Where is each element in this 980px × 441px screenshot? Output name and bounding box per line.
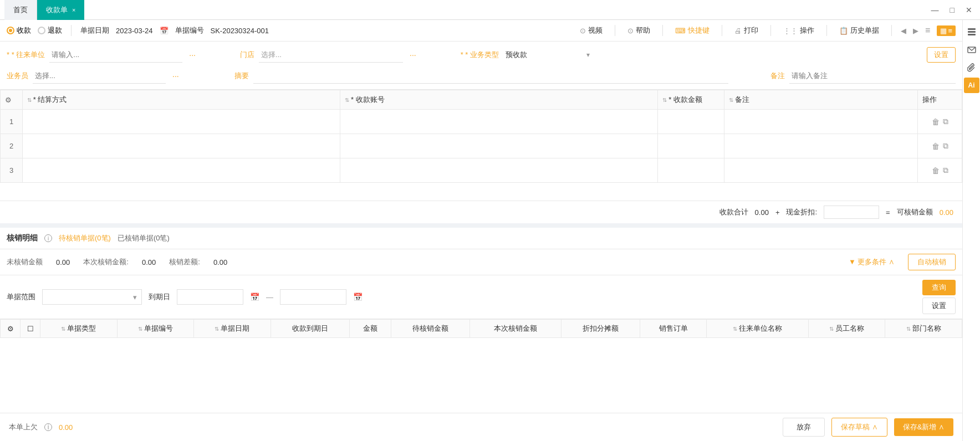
tab-current[interactable]: 收款单 × (37, 0, 84, 20)
verify-table: ⚙ ☐ ⇅ 单据类型 ⇅ 单据编号 ⇅ 单据日期 收款到期日 金额 待核销金额 … (0, 319, 962, 338)
bill-date-value: 2023-03-24 (116, 27, 153, 35)
form-area: * 往来单位 ··· 门店 选择... ··· * 业务类型 预收款 ▾ 设置 … (0, 42, 962, 90)
sidebar-mail-icon[interactable] (964, 42, 979, 58)
help-action[interactable]: ⊙ 帮助 (624, 24, 654, 37)
close-btn[interactable]: ✕ (962, 4, 976, 16)
summary-input[interactable] (253, 68, 728, 84)
sidebar-table-icon[interactable] (964, 24, 979, 40)
biz-type-chevron-icon: ▾ (586, 51, 590, 59)
auto-verify-btn[interactable]: 自动核销 (908, 254, 956, 270)
date-to-input[interactable]: 2022-04-12 (280, 289, 346, 305)
discount-label: 现金折扣: (786, 207, 817, 217)
calendar-to-icon[interactable]: 📅 (353, 293, 363, 301)
summary-label: 摘要 (234, 71, 249, 81)
table-row: 3 🗑 ⧉ (1, 158, 962, 183)
calendar-icon[interactable]: 📅 (160, 27, 169, 35)
vth-gear[interactable]: ⚙ (1, 320, 21, 338)
layout-grid-icon[interactable]: ▦ (940, 27, 947, 35)
abandon-btn[interactable]: 放弃 (783, 418, 825, 437)
vth-checkbox[interactable]: ☐ (21, 320, 40, 338)
minimize-btn[interactable]: — (928, 4, 942, 16)
range-select[interactable]: ▾ (42, 289, 142, 305)
copy-row-2-btn[interactable]: ⧉ (943, 141, 948, 151)
done-tab[interactable]: 已核销单据(0笔) (118, 233, 170, 243)
settings-button[interactable]: 设置 (927, 47, 956, 63)
history-action[interactable]: 📋 历史单据 (836, 24, 882, 37)
radio-receipt[interactable]: 收款 (7, 25, 31, 35)
verifiable-label: 可核销金额 (897, 207, 933, 217)
unverified-label: 未核销金额 (7, 257, 43, 267)
verify-filters: 单据范围 ▾ 到期日 2022-04-01 📅 — 2022-04-12 📅 查… (0, 275, 962, 319)
salesman-more-btn[interactable]: ··· (170, 71, 181, 80)
bottom-label: 本单上欠 (9, 422, 38, 432)
vth-employee: ⇅ 员工名称 (808, 320, 885, 338)
bill-no-label: 单据编号 (175, 25, 204, 35)
th-gear[interactable]: ⚙ (1, 90, 23, 110)
salesman-input[interactable] (33, 68, 166, 84)
more-conditions-btn[interactable]: ▼ 更多条件 ∧ (849, 257, 895, 267)
th-ops: 操作 (918, 90, 962, 110)
store-more-btn[interactable]: ··· (407, 50, 418, 59)
shortcut-label: 快捷键 (688, 25, 710, 35)
save-new-btn[interactable]: 保存&新增 ∧ (894, 418, 953, 436)
print-action[interactable]: 🖨 打印 (731, 24, 762, 37)
store-label: 门店 (240, 50, 254, 60)
counterpart-more-btn[interactable]: ··· (187, 50, 198, 59)
form-row-2: 业务员 ··· 摘要 备注 (7, 68, 956, 84)
separator-5 (770, 25, 771, 36)
td-amount-1[interactable] (658, 110, 724, 134)
note-input[interactable] (789, 68, 956, 84)
tab-home[interactable]: 首页 (4, 0, 37, 20)
vth-amount: 金额 (349, 320, 391, 338)
td-settlement-3[interactable] (23, 158, 340, 183)
biz-type-select[interactable]: 预收款 ▾ (503, 47, 592, 63)
maximize-btn[interactable]: □ (947, 4, 958, 16)
delete-row-3-btn[interactable]: 🗑 (932, 166, 940, 175)
info-icon-bottom[interactable]: i (44, 423, 52, 431)
td-settlement-1[interactable] (23, 110, 340, 134)
counterpart-input[interactable] (49, 47, 182, 63)
copy-row-1-btn[interactable]: ⧉ (943, 117, 948, 126)
td-account-2[interactable] (340, 134, 658, 158)
layout-list-icon[interactable]: ≡ (948, 27, 952, 35)
store-select[interactable]: 选择... (259, 47, 403, 63)
tab-close-btn[interactable]: × (72, 7, 75, 13)
td-note-1[interactable] (724, 110, 918, 134)
list-icon[interactable]: ≡ (925, 25, 930, 35)
vth-bill-date: ⇅ 单据日期 (194, 320, 271, 338)
query-btn[interactable]: 查询 (922, 280, 956, 295)
date-label: 到期日 (149, 292, 170, 302)
shortcut-action[interactable]: ⌨ 快捷键 (672, 24, 713, 37)
td-note-2[interactable] (724, 134, 918, 158)
pending-tab[interactable]: 待核销单据(0笔) (59, 233, 111, 243)
date-from-input[interactable]: 2022-04-01 (177, 289, 243, 305)
discount-input[interactable] (824, 206, 879, 219)
td-account-1[interactable] (340, 110, 658, 134)
td-note-3[interactable] (724, 158, 918, 183)
verifiable-value: 0.00 (940, 208, 953, 217)
copy-row-3-btn[interactable]: ⧉ (943, 166, 948, 175)
vth-pending: 待核销金额 (391, 320, 469, 338)
td-amount-2[interactable] (658, 134, 724, 158)
total-value: 0.00 (755, 208, 769, 217)
sidebar-attach-icon[interactable] (964, 60, 979, 75)
td-settlement-2[interactable] (23, 134, 340, 158)
equals-sign: = (886, 208, 890, 217)
save-draft-btn[interactable]: 保存草稿 ∧ (831, 418, 887, 437)
delete-row-2-btn[interactable]: 🗑 (932, 142, 940, 151)
operations-action[interactable]: ⋮⋮ 操作 (780, 24, 818, 37)
verify-settings-btn[interactable]: 设置 (922, 298, 956, 314)
arrow-right-icon[interactable]: ▶ (913, 27, 918, 35)
biz-type-label: * 业务类型 (461, 50, 499, 60)
delete-row-1-btn[interactable]: 🗑 (932, 117, 940, 126)
verify-info-icon[interactable]: i (44, 234, 52, 242)
radio-refund-label: 退款 (48, 25, 62, 35)
ops-icon: ⋮⋮ (783, 27, 798, 35)
td-amount-3[interactable] (658, 158, 724, 183)
arrow-left-icon[interactable]: ◀ (901, 27, 906, 35)
radio-refund[interactable]: 退款 (38, 25, 62, 35)
td-account-3[interactable] (340, 158, 658, 183)
sidebar-camera-icon[interactable]: Ai (964, 78, 979, 93)
video-action[interactable]: ⊙ 视频 (576, 24, 606, 37)
calendar-from-icon[interactable]: 📅 (250, 293, 259, 301)
